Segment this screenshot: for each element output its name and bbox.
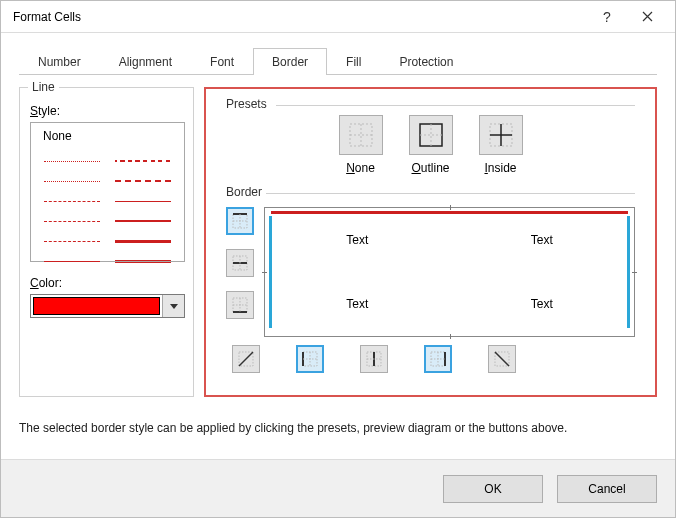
- style-option[interactable]: [41, 212, 104, 230]
- presets-title: Presets: [222, 97, 271, 111]
- preset-none-icon: [348, 122, 374, 148]
- border-horizontal-icon: [231, 254, 249, 272]
- close-icon: [642, 11, 653, 22]
- format-cells-dialog: Format Cells ? Number Alignment Font Bor…: [0, 0, 676, 518]
- preset-inside: Inside: [479, 115, 523, 175]
- preview-wrap: Text Text Text Text: [264, 207, 635, 337]
- preset-inside-icon: [488, 122, 514, 148]
- color-label: Color:: [30, 276, 183, 290]
- style-option[interactable]: [112, 232, 175, 250]
- style-option[interactable]: [112, 192, 175, 210]
- help-text: The selected border style can be applied…: [19, 421, 657, 435]
- border-left-button[interactable]: [296, 345, 324, 373]
- preset-outline-button[interactable]: [409, 115, 453, 155]
- tab-strip: Number Alignment Font Border Fill Protec…: [19, 47, 657, 75]
- line-group: Line Style: None: [19, 87, 194, 397]
- line-group-title: Line: [28, 80, 59, 94]
- border-vertical-icon: [365, 350, 383, 368]
- dialog-footer: OK Cancel: [1, 459, 675, 517]
- style-option[interactable]: [112, 152, 175, 170]
- preview-top-border: [271, 211, 628, 214]
- tab-font[interactable]: Font: [191, 48, 253, 75]
- style-option[interactable]: [41, 172, 104, 190]
- preview-cell: Text: [450, 208, 635, 272]
- preview-right-border: [627, 216, 630, 328]
- dialog-title: Format Cells: [13, 10, 587, 24]
- style-option[interactable]: [41, 252, 104, 270]
- border-right-button[interactable]: [424, 345, 452, 373]
- style-option[interactable]: [112, 212, 175, 230]
- tab-protection[interactable]: Protection: [380, 48, 472, 75]
- preset-none-button[interactable]: [339, 115, 383, 155]
- border-side-buttons: [226, 207, 254, 319]
- preset-label: Inside: [484, 161, 516, 175]
- border-row: Text Text Text Text: [226, 207, 635, 337]
- border-diag-down-icon: [493, 350, 511, 368]
- style-none[interactable]: None: [35, 127, 180, 148]
- color-combo[interactable]: [30, 294, 185, 318]
- border-horizontal-button[interactable]: [226, 249, 254, 277]
- border-preview[interactable]: Text Text Text Text: [264, 207, 635, 337]
- preview-cell: Text: [265, 272, 450, 336]
- preset-label: None: [346, 161, 375, 175]
- svg-rect-0: [350, 124, 372, 146]
- style-option[interactable]: [41, 232, 104, 250]
- tab-alignment[interactable]: Alignment: [100, 48, 191, 75]
- border-bottom-icon: [231, 296, 249, 314]
- preview-cell: Text: [450, 272, 635, 336]
- style-option[interactable]: [112, 252, 175, 270]
- border-left-icon: [301, 350, 319, 368]
- border-title: Border: [222, 185, 266, 199]
- preset-outline: Outline: [409, 115, 453, 175]
- color-row: Color:: [30, 276, 183, 318]
- border-bottom-buttons: [226, 337, 635, 373]
- border-subgroup: Border: [216, 193, 645, 385]
- color-dropdown-button[interactable]: [162, 295, 184, 317]
- tab-fill[interactable]: Fill: [327, 48, 380, 75]
- border-top-button[interactable]: [226, 207, 254, 235]
- presets-subgroup: Presets None: [216, 105, 645, 193]
- preset-label: Outline: [411, 161, 449, 175]
- preset-outline-icon: [418, 122, 444, 148]
- border-diag-up-icon: [237, 350, 255, 368]
- color-swatch: [33, 297, 160, 315]
- border-top-icon: [231, 212, 249, 230]
- style-option[interactable]: [41, 192, 104, 210]
- help-button[interactable]: ?: [587, 2, 627, 32]
- main-row: Line Style: None: [19, 75, 657, 397]
- border-diag-down-button[interactable]: [488, 345, 516, 373]
- style-option[interactable]: [41, 152, 104, 170]
- svg-line-34: [495, 352, 509, 366]
- border-right-icon: [429, 350, 447, 368]
- ok-button[interactable]: OK: [443, 475, 543, 503]
- style-list[interactable]: None: [30, 122, 185, 262]
- preview-cell: Text: [265, 208, 450, 272]
- preset-inside-button[interactable]: [479, 115, 523, 155]
- preset-none: None: [339, 115, 383, 175]
- tab-border[interactable]: Border: [253, 48, 327, 75]
- border-diag-up-button[interactable]: [232, 345, 260, 373]
- style-option[interactable]: [112, 172, 175, 190]
- preview-left-border: [269, 216, 272, 328]
- svg-rect-3: [420, 124, 442, 146]
- style-grid: [35, 148, 180, 272]
- content-area: Number Alignment Font Border Fill Protec…: [1, 33, 675, 459]
- tab-number[interactable]: Number: [19, 48, 100, 75]
- presets-border-group: Presets None: [204, 87, 657, 397]
- style-label: Style:: [30, 104, 183, 118]
- cancel-button[interactable]: Cancel: [557, 475, 657, 503]
- close-button[interactable]: [627, 2, 667, 32]
- titlebar: Format Cells ?: [1, 1, 675, 33]
- chevron-down-icon: [170, 304, 178, 309]
- presets-row: None Outline: [226, 111, 635, 181]
- border-vertical-button[interactable]: [360, 345, 388, 373]
- border-bottom-button[interactable]: [226, 291, 254, 319]
- svg-line-21: [239, 352, 253, 366]
